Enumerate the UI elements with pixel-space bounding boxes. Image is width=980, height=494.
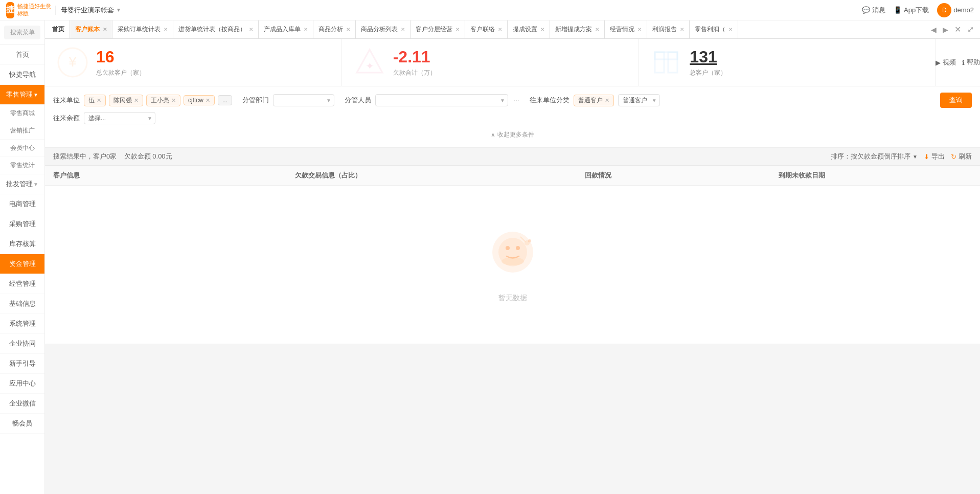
sidebar-item-marketing[interactable]: 营销推广	[0, 122, 44, 140]
stat-value-debt: -2.11	[393, 48, 436, 66]
sidebar-item-member[interactable]: 会员中心	[0, 140, 44, 157]
tab-operations-status-label: 经营情况	[610, 25, 634, 34]
table-header: 客户信息 欠款交易信息（占比） 回款情况 到期未收款日期	[45, 166, 980, 186]
app-download-button[interactable]: 📱 App下载	[894, 6, 929, 15]
sidebar-item-wechat[interactable]: 企业微信	[0, 394, 44, 414]
tab-close-all-icon[interactable]: ✕	[952, 24, 963, 35]
sidebar-item-enterprise[interactable]: 企业协同	[0, 334, 44, 354]
sidebar-item-wholesale[interactable]: 批发管理 ▼	[0, 174, 44, 194]
unit-label: 往来单位	[53, 96, 80, 105]
store-selector[interactable]: 母婴行业演示帐套 ▼	[55, 6, 121, 15]
export-button[interactable]: ⬇ 导出	[924, 152, 945, 161]
download-icon: 📱	[894, 6, 902, 14]
tab-goods-analysis-list[interactable]: 商品分析列表 ✕	[356, 20, 411, 38]
close-icon[interactable]: ✕	[103, 27, 107, 32]
close-icon[interactable]: ✕	[637, 27, 642, 32]
tab-goods-analysis-list-label: 商品分析列表	[361, 25, 398, 34]
tab-profit-report[interactable]: 利润报告 ✕	[647, 20, 690, 38]
collapse-icon: ∧	[491, 131, 495, 139]
tab-home-label: 首页	[52, 25, 64, 34]
filter-tag-chen: 陈民强 ✕	[109, 95, 143, 106]
sidebar-item-home[interactable]: 首页	[0, 45, 44, 65]
sidebar-item-inventory[interactable]: 库存核算	[0, 234, 44, 254]
close-icon[interactable]: ✕	[346, 27, 350, 32]
help-button[interactable]: ℹ 帮助	[962, 58, 980, 67]
sort-button[interactable]: 排序：按欠款金额倒序排序 ▼	[831, 152, 918, 161]
search-menu-button[interactable]: 搜索菜单	[4, 26, 40, 39]
tab-retail-profit[interactable]: 零售利润（ ✕	[690, 20, 738, 38]
close-icon[interactable]: ✕	[304, 27, 308, 32]
sidebar-item-basic-info[interactable]: 基础信息	[0, 294, 44, 314]
user-profile[interactable]: D demo2	[937, 3, 974, 17]
result-summary-text: 搜索结果中，客户0家	[53, 152, 117, 160]
remove-tag-chen[interactable]: ✕	[134, 97, 139, 104]
tab-goods-analysis[interactable]: 商品分析 ✕	[313, 20, 356, 38]
close-icon[interactable]: ✕	[680, 27, 684, 32]
sidebar-item-purchase[interactable]: 采购管理	[0, 214, 44, 234]
empty-icon	[487, 227, 538, 287]
tab-customer-layer[interactable]: 客户分层经营 ✕	[411, 20, 465, 38]
refresh-button[interactable]: ↻ 刷新	[951, 152, 972, 161]
sidebar-item-finance[interactable]: 资金管理	[0, 254, 44, 274]
filter-tag-more[interactable]: ...	[218, 95, 232, 105]
col-header-repay: 回款情况	[585, 171, 778, 180]
close-icon[interactable]: ✕	[595, 27, 599, 32]
tab-expand-icon[interactable]: ⤢	[965, 24, 976, 35]
sidebar-item-retail[interactable]: 零售管理 ▼	[0, 85, 44, 105]
sidebar-item-guide[interactable]: 新手引导	[0, 354, 44, 374]
sidebar-item-app-center[interactable]: 应用中心	[0, 374, 44, 394]
stat-item-debt: ✦ -2.11 欠款合计（万）	[342, 39, 639, 86]
sidebar-item-member2[interactable]: 畅会员	[0, 414, 44, 434]
tab-new-commission[interactable]: 新增提成方案 ✕	[550, 20, 605, 38]
filter-tag-unit-class: 普通客户 ✕	[574, 95, 614, 106]
unit-class-select[interactable]: 普通客户	[618, 94, 660, 106]
filter-tag-wu: 伍 ✕	[84, 95, 106, 106]
person-select[interactable]	[375, 94, 508, 106]
query-button[interactable]: 查询	[940, 93, 972, 108]
tab-operations-status[interactable]: 经营情况 ✕	[605, 20, 647, 38]
collapse-row[interactable]: ∧ 收起更多条件	[53, 128, 972, 141]
sidebar-item-operations[interactable]: 经营管理	[0, 274, 44, 294]
remove-tag-wang[interactable]: ✕	[171, 97, 176, 104]
message-button[interactable]: 💬 消息	[862, 6, 885, 15]
sidebar-item-quick-nav[interactable]: 快捷导航	[0, 65, 44, 85]
sidebar-item-retail-stats[interactable]: 零售统计	[0, 157, 44, 174]
close-icon[interactable]: ✕	[728, 27, 733, 32]
close-icon[interactable]: ✕	[249, 27, 253, 32]
close-icon[interactable]: ✕	[498, 27, 502, 32]
tab-finished-goods[interactable]: 产成品入库单 ✕	[259, 20, 313, 38]
app-download-label: App下载	[904, 6, 929, 15]
tab-customer-ledger[interactable]: 客户账本 ✕	[70, 20, 112, 38]
logo-area: 捷 畅捷通好生意 标版	[6, 2, 51, 18]
tab-next-icon[interactable]: ▶	[941, 25, 950, 35]
chevron-down-icon-sort: ▼	[913, 154, 918, 160]
sidebar-item-retail-mall[interactable]: 零售商城	[0, 105, 44, 122]
close-icon[interactable]: ✕	[455, 27, 460, 32]
remove-tag-unit-class[interactable]: ✕	[605, 97, 609, 104]
close-icon[interactable]: ✕	[401, 27, 405, 32]
tab-home[interactable]: 首页	[47, 20, 70, 38]
tab-prev-icon[interactable]: ◀	[929, 25, 939, 35]
video-button[interactable]: ▶ 视频	[936, 58, 956, 67]
close-icon[interactable]: ✕	[540, 27, 544, 32]
dept-select[interactable]	[273, 94, 334, 106]
svg-text:¥: ¥	[68, 54, 77, 70]
tab-commission-setting[interactable]: 提成设置 ✕	[508, 20, 550, 38]
help-icon: ℹ	[962, 59, 965, 66]
remove-tag-cjttcw[interactable]: ✕	[206, 97, 210, 104]
tab-purchase-stats[interactable]: 进货单统计表（按商品） ✕	[173, 20, 259, 38]
tab-customer-ledger-label: 客户账本	[75, 25, 100, 34]
person-more-icon[interactable]: ···	[513, 96, 519, 104]
sidebar-item-ecommerce[interactable]: 电商管理	[0, 194, 44, 214]
store-name: 母婴行业演示帐套	[61, 6, 114, 15]
customers-icon: ¥	[57, 47, 88, 78]
tab-purchase-order[interactable]: 采购订单统计表 ✕	[112, 20, 173, 38]
sidebar-item-system[interactable]: 系统管理	[0, 314, 44, 334]
svg-point-10	[506, 246, 510, 250]
tab-customer-contact[interactable]: 客户联络 ✕	[465, 20, 508, 38]
chevron-down-icon: ▼	[116, 7, 121, 13]
balance-select[interactable]: 选择...	[84, 112, 155, 124]
remove-tag-wu[interactable]: ✕	[97, 97, 101, 104]
filter-tags: 伍 ✕ 陈民强 ✕ 王小亮 ✕ cjttcw ✕	[84, 95, 232, 106]
close-icon[interactable]: ✕	[164, 27, 168, 32]
